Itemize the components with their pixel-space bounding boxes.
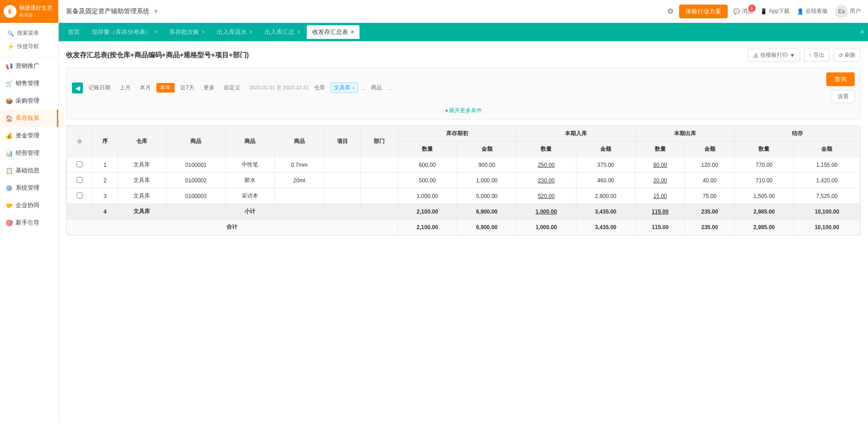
tab-stock-dist-close[interactable]: ×	[154, 29, 157, 35]
row2-opening-amt: 1,000.00	[457, 173, 517, 188]
settings-icon[interactable]: ⚙	[667, 7, 674, 16]
sidebar-search-section: 🔍 搜索菜单 ⚡ 快捷导航	[0, 23, 58, 57]
logo-icon: 6	[4, 5, 17, 18]
filter-bar: ◀ 记账日期 上月 本月 本年 近7天 更多 自定义 2023-01-01 至 …	[66, 67, 861, 120]
tabbar-close-btn[interactable]: ×	[860, 28, 864, 36]
system-icon: ⚙️	[6, 185, 13, 192]
refresh-btn[interactable]: ↺ 刷新	[833, 49, 861, 62]
tab-recv-send[interactable]: 收发存汇总表 ×	[307, 25, 359, 39]
date-btn-7days[interactable]: 近7天	[177, 83, 198, 93]
topbar-right: 💬 消息 6 📱 App下载 👤 在线客服 Ea 用户	[733, 5, 861, 18]
footer-out-qty: 115.00	[636, 220, 685, 235]
subtotal-name: 小计	[226, 204, 274, 220]
sidebar-nav-item-operation[interactable]: 📊 经营管理	[0, 144, 58, 162]
row1-closing-qty: 770.00	[735, 157, 794, 173]
row3-out-qty[interactable]: 15.00	[636, 188, 685, 204]
message-badge: 6	[748, 5, 756, 12]
date-btn-more[interactable]: 更多	[200, 83, 218, 93]
sales-label: 销售管理	[16, 79, 39, 88]
subtotal-closing-amt: 10,100.00	[794, 204, 860, 220]
tab-home[interactable]: 首页	[62, 25, 85, 39]
th-no: 序	[93, 126, 117, 157]
row1-dept	[361, 157, 398, 173]
row1-checkbox[interactable]	[67, 157, 93, 173]
print-dropdown-icon: ▼	[790, 52, 795, 59]
row2-dept	[361, 173, 398, 188]
row1-in-qty[interactable]: 250.00	[516, 157, 576, 173]
tab-batch[interactable]: 库存批次账 ×	[164, 25, 210, 39]
footer-opening-qty: 2,100.00	[398, 220, 457, 235]
row3-in-qty[interactable]: 520.00	[516, 188, 576, 204]
online-service-icon: 👤	[797, 8, 804, 15]
online-service-item[interactable]: 👤 在线客服	[797, 7, 828, 15]
tab-inout-flow-close[interactable]: ×	[249, 29, 253, 35]
date-btn-custom[interactable]: 自定义	[220, 83, 244, 93]
sidebar-nav-item-purchase[interactable]: 📦 采购管理	[0, 92, 58, 110]
row1-opening-qty: 600.00	[398, 157, 457, 173]
row3-code: 0100003	[166, 188, 226, 204]
row3-checkbox[interactable]	[67, 188, 93, 204]
tab-batch-close[interactable]: ×	[202, 29, 205, 35]
sidebar-nav-item-inventory[interactable]: 🏠 库存核算	[0, 110, 58, 127]
tab-inout-summary-label: 出入库汇总	[265, 28, 294, 36]
footer-closing-amt: 10,100.00	[794, 220, 860, 235]
th-in-amt: 金额	[576, 142, 636, 157]
finance-label: 资金管理	[16, 132, 39, 140]
row1-check-input[interactable]	[77, 161, 83, 167]
row3-in-amt: 2,600.00	[576, 188, 636, 204]
row3-project	[324, 188, 360, 204]
row2-checkbox[interactable]	[67, 173, 93, 188]
sidebar-nav-item-system[interactable]: ⚙️ 系统管理	[0, 179, 58, 197]
row2-in-qty[interactable]: 230.00	[516, 173, 576, 188]
newbie-label: 新手引导	[16, 219, 39, 227]
tab-stock-dist[interactable]: 现存量（库存分布表） ×	[86, 25, 163, 39]
date-btn-cur-year[interactable]: 本年	[156, 83, 175, 93]
sidebar-nav-item-sales[interactable]: 🛒 销售管理	[0, 75, 58, 92]
filter-collapse-btn[interactable]: ◀	[72, 82, 83, 93]
warehouse-tag-close[interactable]: ×	[352, 85, 354, 91]
quick-nav-item[interactable]: ⚡ 快捷导航	[4, 40, 55, 53]
experience-btn[interactable]: 体验行业方案	[679, 5, 728, 18]
th-settings[interactable]: ⚙	[67, 126, 93, 157]
footer-closing-qty: 2,985.00	[735, 220, 794, 235]
expand-label: 展开更多条件	[449, 107, 482, 115]
export-btn[interactable]: ↑ 导出	[804, 49, 829, 62]
print-template-btn[interactable]: 🖨 按模板打印 ▼	[748, 49, 800, 62]
th-group-closing: 结存	[735, 126, 860, 142]
subtotal-out-qty[interactable]: 115.00	[636, 204, 685, 220]
tab-inout-summary[interactable]: 出入库汇总 ×	[259, 25, 306, 39]
app-download-item[interactable]: 📱 App下载	[760, 7, 790, 15]
tab-recv-send-close[interactable]: ×	[351, 29, 354, 35]
row1-out-qty[interactable]: 80.00	[636, 157, 685, 173]
subtotal-project	[324, 204, 360, 220]
search-menu-item[interactable]: 🔍 搜索菜单	[4, 27, 55, 40]
query-btn[interactable]: 查询	[826, 72, 855, 86]
sidebar-nav-item-enterprise[interactable]: 🤝 企业协同	[0, 197, 58, 214]
sidebar-nav-item-newbie[interactable]: 🎯 新手引导	[0, 214, 58, 231]
settings-btn[interactable]: 设置	[832, 90, 855, 103]
sidebar-nav-item-basic[interactable]: 📋 基础信息	[0, 162, 58, 179]
expand-icon: ▾	[445, 108, 448, 114]
th-out-qty: 数量	[636, 142, 685, 157]
message-icon-item[interactable]: 💬 消息 6	[733, 7, 753, 15]
tab-inout-summary-close[interactable]: ×	[297, 29, 300, 35]
date-btn-prev-month[interactable]: 上月	[116, 83, 134, 93]
row2-check-input[interactable]	[77, 177, 83, 183]
subtotal-in-amt: 3,435.00	[576, 204, 636, 220]
th-opening-amt: 金额	[457, 142, 517, 157]
subtotal-in-qty[interactable]: 1,000.00	[516, 204, 576, 220]
user-item[interactable]: Ea 用户	[835, 5, 861, 18]
th-group-in: 本期入库	[516, 126, 635, 142]
subtotal-no: 4	[93, 204, 117, 220]
tab-inout-flow[interactable]: 出入库流水 ×	[211, 25, 258, 39]
expand-more-btn[interactable]: ▾ 展开更多条件	[445, 107, 482, 115]
date-btn-cur-month[interactable]: 本月	[136, 83, 155, 93]
sidebar-nav-item-finance[interactable]: 💰 资金管理	[0, 127, 58, 144]
row2-out-qty[interactable]: 20.00	[636, 173, 685, 188]
sidebar-nav-item-marketing[interactable]: 📢 营销推广	[0, 57, 58, 75]
warehouse-more-btn[interactable]: ...	[361, 85, 365, 91]
system-dropdown-icon[interactable]: ▼	[153, 8, 159, 15]
goods-more-btn[interactable]: ...	[387, 85, 392, 91]
row3-check-input[interactable]	[77, 192, 83, 198]
operation-label: 经营管理	[16, 149, 39, 157]
